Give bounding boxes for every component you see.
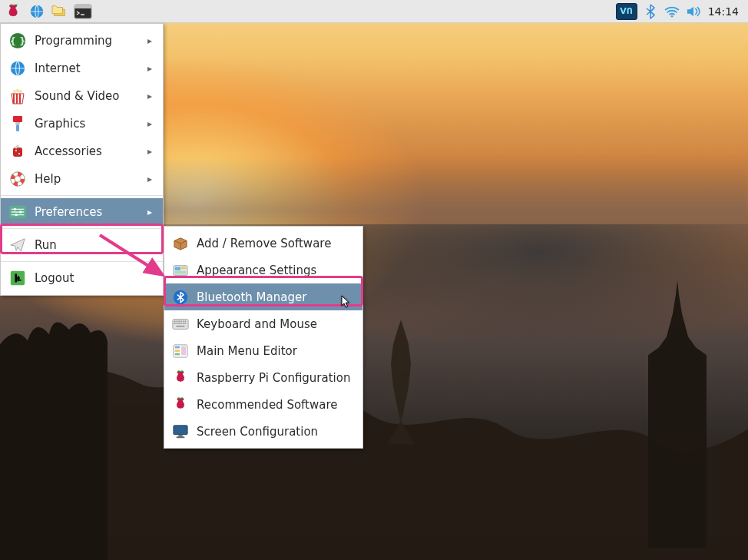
swiss-knife-icon [8, 142, 27, 161]
svg-rect-44 [185, 323, 187, 324]
paper-plane-icon [8, 236, 27, 254]
svg-rect-48 [175, 350, 180, 352]
chevron-right-icon: ▸ [147, 174, 155, 184]
menu-separator [1, 261, 163, 262]
svg-point-14 [15, 150, 17, 151]
wifi-icon [664, 5, 680, 18]
submenu-item-recommended-software[interactable]: Recommended Software [164, 391, 362, 418]
submenu-item-label: Keyboard and Mouse [197, 317, 355, 331]
menu-item-internet[interactable]: Internet ▸ [1, 55, 163, 82]
svg-rect-13 [13, 147, 22, 157]
submenu-item-label: Bluetooth Manager [197, 290, 355, 304]
keyboard-icon [172, 316, 189, 333]
svg-rect-36 [180, 320, 182, 322]
svg-rect-35 [178, 320, 180, 322]
menu-item-logout[interactable]: Logout [1, 264, 163, 292]
svg-rect-52 [178, 435, 182, 436]
svg-rect-40 [177, 323, 178, 324]
vnc-tray-icon[interactable]: VՈ [616, 3, 637, 20]
svg-rect-11 [15, 122, 20, 124]
svg-rect-33 [174, 320, 176, 322]
bluetooth-tray-icon[interactable] [642, 3, 659, 20]
svg-point-8 [16, 89, 20, 93]
launcher-area [3, 2, 94, 22]
menu-item-label: Accessories [35, 144, 140, 158]
menu-item-label: Run [35, 238, 155, 252]
submenu-item-main-menu-editor[interactable]: Main Menu Editor [164, 337, 362, 364]
svg-rect-30 [175, 270, 186, 273]
svg-rect-12 [16, 124, 19, 131]
folders-icon [51, 4, 68, 19]
submenu-item-keyboard-mouse[interactable]: Keyboard and Mouse [164, 310, 362, 337]
braces-icon: { } [8, 31, 27, 50]
sliders-icon [8, 203, 27, 221]
menu-separator [1, 228, 163, 229]
clock[interactable]: 14:14 [707, 5, 740, 18]
monitor-icon [172, 423, 189, 440]
submenu-item-label: Appearance Settings [197, 263, 355, 277]
terminal-launcher[interactable] [72, 2, 94, 22]
menu-item-label: Help [35, 172, 140, 186]
menu-item-label: Preferences [35, 205, 140, 219]
submenu-item-bluetooth-manager[interactable]: Bluetooth Manager [164, 283, 362, 310]
svg-rect-2 [74, 5, 91, 8]
svg-rect-29 [181, 267, 186, 269]
svg-rect-10 [13, 116, 22, 122]
svg-rect-45 [177, 325, 185, 326]
terminal-icon [74, 4, 92, 19]
svg-rect-43 [183, 323, 184, 324]
menu-item-preferences[interactable]: Preferences ▸ [1, 198, 163, 226]
menu-item-sound-video[interactable]: Sound & Video ▸ [1, 82, 163, 110]
svg-rect-49 [175, 353, 180, 355]
svg-text:{ }: { } [9, 35, 25, 46]
svg-rect-50 [181, 346, 186, 355]
chevron-right-icon: ▸ [147, 91, 155, 101]
menu-item-accessories[interactable]: Accessories ▸ [1, 138, 163, 165]
bluetooth-icon [644, 4, 657, 19]
svg-rect-34 [177, 320, 178, 322]
menu-editor-icon [172, 343, 189, 360]
svg-point-21 [15, 214, 18, 216]
submenu-item-add-remove-software[interactable]: Add / Remove Software [164, 230, 362, 257]
menu-item-label: Programming [35, 34, 140, 48]
submenu-item-label: Recommended Software [197, 398, 355, 412]
wifi-tray-icon[interactable] [664, 3, 680, 20]
chevron-right-icon: ▸ [147, 146, 155, 157]
paintbrush-icon [8, 114, 27, 133]
system-tray: VՈ 14:14 [616, 3, 745, 20]
submenu-item-label: Add / Remove Software [197, 237, 355, 250]
svg-point-20 [19, 210, 22, 213]
chevron-right-icon: ▸ [147, 63, 155, 74]
svg-rect-37 [183, 320, 184, 322]
globe-icon [28, 3, 45, 20]
appearance-icon [172, 262, 189, 279]
svg-rect-39 [174, 323, 176, 324]
submenu-item-label: Raspberry Pi Configuration [197, 371, 355, 385]
submenu-item-label: Screen Configuration [197, 425, 355, 439]
raspberry-icon [172, 369, 189, 386]
submenu-item-appearance-settings[interactable]: Appearance Settings [164, 257, 362, 283]
menu-item-graphics[interactable]: Graphics ▸ [1, 110, 163, 138]
application-menu: { } Programming ▸ Internet ▸ Sound & Vid… [0, 23, 164, 296]
svg-rect-41 [178, 323, 180, 324]
submenu-item-screen-configuration[interactable]: Screen Configuration [164, 418, 362, 445]
web-browser-launcher[interactable] [26, 2, 48, 22]
menu-item-help[interactable]: Help ▸ [1, 165, 163, 193]
volume-tray-icon[interactable] [685, 3, 702, 20]
svg-rect-47 [175, 346, 180, 348]
menu-item-programming[interactable]: { } Programming ▸ [1, 27, 163, 55]
submenu-item-raspberry-pi-configuration[interactable]: Raspberry Pi Configuration [164, 364, 362, 391]
svg-point-15 [18, 153, 20, 154]
package-icon [172, 235, 189, 252]
popcorn-icon [8, 87, 27, 105]
svg-rect-51 [174, 425, 187, 434]
lifebuoy-icon [8, 170, 27, 188]
raspberry-icon [172, 396, 189, 413]
file-manager-launcher[interactable] [49, 2, 71, 22]
start-menu-button[interactable] [3, 2, 25, 22]
svg-point-3 [670, 15, 673, 17]
chevron-right-icon: ▸ [147, 207, 155, 217]
chevron-right-icon: ▸ [147, 35, 155, 46]
menu-item-run[interactable]: Run [1, 231, 163, 259]
bluetooth-circle-icon [172, 289, 189, 306]
